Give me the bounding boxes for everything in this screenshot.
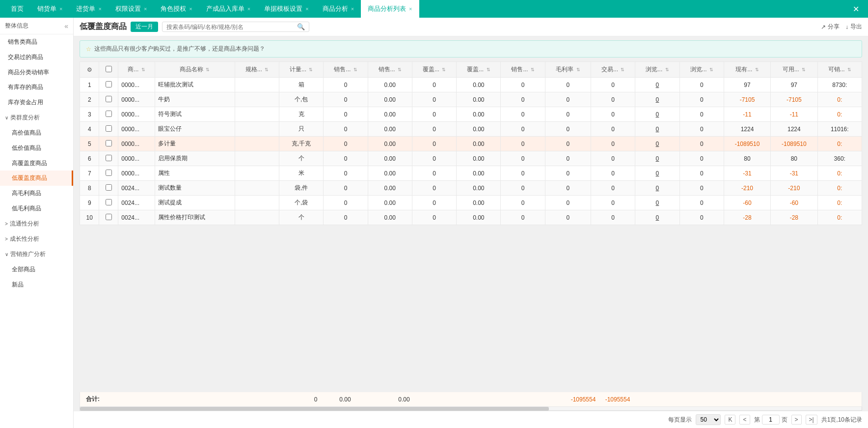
cell-check[interactable]	[99, 78, 118, 92]
cell-browse1[interactable]: 0	[635, 137, 679, 151]
cell-browse1[interactable]: 0	[635, 78, 679, 92]
col-gross-rate[interactable]: 毛利率 ⇅	[545, 62, 591, 78]
sidebar-group-marketing[interactable]: ∨ 营销推广分析	[0, 247, 73, 262]
nav-close-sales[interactable]: ×	[59, 6, 62, 12]
sidebar-group-cluster[interactable]: ∨ 类群度分析	[0, 110, 73, 125]
cell-check[interactable]	[99, 181, 118, 196]
sidebar-item-high-profit[interactable]: 高毛利商品	[0, 186, 73, 201]
table-header-row: ⚙ 商... ⇅ 商品名称 ⇅ 规格... ⇅ 计量... ⇅ 销售... ⇅ …	[80, 62, 862, 78]
nav-permissions[interactable]: 权限设置 ×	[108, 0, 154, 18]
col-sellable[interactable]: 可销... ⇅	[817, 62, 862, 78]
sidebar-item-stock-goods[interactable]: 有库存的商品	[0, 80, 73, 95]
sidebar-group-flow[interactable]: > 流通性分析	[0, 216, 73, 231]
col-sales1[interactable]: 销售... ⇅	[324, 62, 368, 78]
col-available[interactable]: 可用... ⇅	[771, 62, 817, 78]
col-browse2[interactable]: 浏览... ⇅	[679, 62, 724, 78]
cell-check[interactable]	[99, 107, 118, 122]
nav-close-purchase[interactable]: ×	[98, 6, 101, 12]
col-browse1[interactable]: 浏览... ⇅	[635, 62, 679, 78]
cell-browse1[interactable]: 0	[635, 107, 679, 122]
row-checkbox[interactable]	[106, 111, 112, 117]
page-size-select[interactable]: 50 100 200	[696, 414, 721, 425]
share-button[interactable]: ↗ 分享	[821, 23, 840, 31]
next-page-button[interactable]: >	[791, 415, 802, 425]
sidebar-group-growth[interactable]: > 成长性分析	[0, 231, 73, 247]
nav-close-role[interactable]: ×	[189, 6, 192, 12]
row-checkbox[interactable]	[106, 155, 112, 161]
row-checkbox[interactable]	[106, 170, 112, 176]
row-checkbox[interactable]	[106, 184, 112, 191]
sidebar-item-low-value[interactable]: 低价值商品	[0, 141, 73, 156]
nav-close-template[interactable]: ×	[305, 6, 308, 12]
sidebar-item-sales-goods[interactable]: 销售类商品	[0, 34, 73, 50]
search-icon[interactable]: 🔍	[297, 23, 305, 30]
period-button[interactable]: 近一月	[131, 22, 158, 32]
col-cov2[interactable]: 覆盖... ⇅	[457, 62, 501, 78]
nav-close-permissions[interactable]: ×	[144, 6, 147, 12]
row-checkbox[interactable]	[106, 199, 112, 205]
cell-check[interactable]	[99, 92, 118, 107]
first-page-button[interactable]: K	[725, 415, 735, 425]
nav-sales-order[interactable]: 销货单 ×	[30, 0, 69, 18]
nav-role-auth[interactable]: 角色授权 ×	[154, 0, 199, 18]
col-sales3[interactable]: 销售... ⇅	[501, 62, 545, 78]
col-name[interactable]: 商品名称 ⇅	[155, 62, 235, 78]
col-cov1[interactable]: 覆盖... ⇅	[412, 62, 456, 78]
sidebar-item-new-goods[interactable]: 新品	[0, 277, 73, 292]
nav-template-settings[interactable]: 单据模板设置 ×	[257, 0, 315, 18]
window-close-button[interactable]: ✕	[848, 4, 864, 14]
last-page-button[interactable]: >|	[806, 415, 817, 425]
sidebar-item-capital[interactable]: 库存资金占用	[0, 95, 73, 110]
sidebar-item-traded-goods[interactable]: 交易过的商品	[0, 50, 73, 65]
row-checkbox[interactable]	[106, 96, 112, 102]
col-current[interactable]: 现有... ⇅	[724, 62, 770, 78]
cell-check[interactable]	[99, 151, 118, 166]
cell-cov1: 0	[412, 210, 456, 225]
sidebar-item-all-goods[interactable]: 全部商品	[0, 262, 73, 277]
cell-browse1[interactable]: 0	[635, 196, 679, 210]
col-sales2[interactable]: 销售... ⇅	[368, 62, 412, 78]
cell-browse1[interactable]: 0	[635, 122, 679, 137]
prev-page-button[interactable]: <	[739, 415, 750, 425]
nav-product-analysis[interactable]: 商品分析 ×	[316, 0, 361, 18]
nav-close-analysis[interactable]: ×	[351, 6, 354, 12]
col-settings[interactable]: ⚙	[80, 62, 99, 78]
row-checkbox[interactable]	[106, 125, 112, 132]
sidebar-collapse-button[interactable]: «	[64, 22, 68, 30]
nav-finished-goods[interactable]: 产成品入库单 ×	[199, 0, 257, 18]
cell-check[interactable]	[99, 166, 118, 181]
col-unit[interactable]: 计量... ⇅	[279, 62, 324, 78]
cell-browse1[interactable]: 0	[635, 166, 679, 181]
nav-product-analysis-list[interactable]: 商品分析列表 ×	[361, 0, 419, 18]
cell-browse1[interactable]: 0	[635, 92, 679, 107]
cell-check[interactable]	[99, 137, 118, 151]
select-all-checkbox[interactable]	[106, 66, 112, 72]
table-container[interactable]: ⚙ 商... ⇅ 商品名称 ⇅ 规格... ⇅ 计量... ⇅ 销售... ⇅ …	[80, 61, 862, 392]
export-button[interactable]: ↓ 导出	[845, 23, 862, 31]
col-trade[interactable]: 交易... ⇅	[591, 62, 635, 78]
page-number-input[interactable]	[762, 415, 780, 425]
row-checkbox[interactable]	[106, 81, 112, 87]
sidebar-item-high-coverage[interactable]: 高覆盖度商品	[0, 156, 73, 171]
col-spec[interactable]: 规格... ⇅	[235, 62, 279, 78]
sidebar-item-low-profit[interactable]: 低毛利商品	[0, 201, 73, 216]
nav-purchase[interactable]: 进货单 ×	[69, 0, 108, 18]
nav-close-finished[interactable]: ×	[247, 6, 250, 12]
cell-check[interactable]	[99, 210, 118, 225]
cell-check[interactable]	[99, 196, 118, 210]
col-checkbox[interactable]	[99, 62, 118, 78]
row-checkbox[interactable]	[106, 214, 112, 220]
nav-home[interactable]: 首页	[4, 0, 30, 18]
cell-browse1[interactable]: 0	[635, 210, 679, 225]
search-input[interactable]	[166, 24, 297, 30]
cell-code: 0000...	[118, 107, 155, 122]
cell-browse1[interactable]: 0	[635, 151, 679, 166]
row-checkbox[interactable]	[106, 140, 112, 146]
nav-close-analysis-list[interactable]: ×	[409, 6, 412, 12]
sidebar-item-low-coverage[interactable]: 低覆盖度商品	[0, 171, 73, 186]
sidebar-item-category-rate[interactable]: 商品分类动销率	[0, 65, 73, 80]
cell-browse1[interactable]: 0	[635, 181, 679, 196]
cell-check[interactable]	[99, 122, 118, 137]
sidebar-item-high-value[interactable]: 高价值商品	[0, 125, 73, 141]
col-code[interactable]: 商... ⇅	[118, 62, 155, 78]
